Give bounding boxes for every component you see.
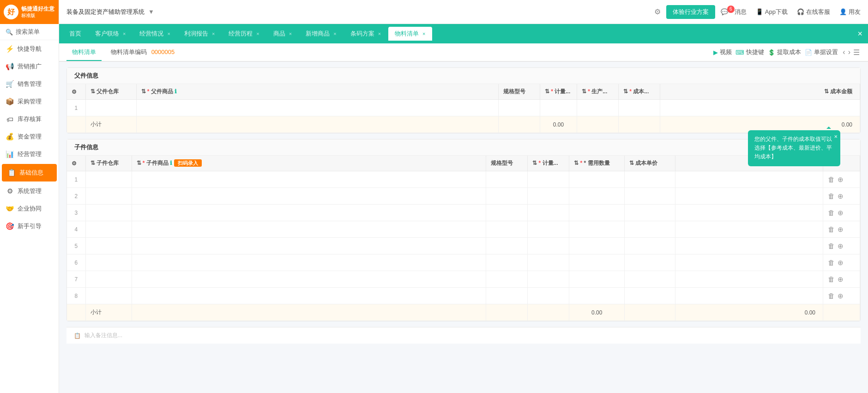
child-warehouse-cell-6[interactable] — [85, 254, 132, 271]
close-all-icon[interactable]: × — [856, 27, 864, 41]
delete-icon[interactable]: 🗑 — [828, 209, 835, 217]
copy-icon[interactable]: ⊕ — [838, 242, 844, 250]
parent-cost-cell[interactable] — [618, 100, 660, 116]
tab-customer-close[interactable]: × — [123, 31, 126, 36]
child-warehouse-cell-2[interactable] — [85, 188, 132, 205]
tab-bom[interactable]: 物料清单 × — [388, 27, 432, 41]
copy-icon[interactable]: ⊕ — [838, 259, 844, 267]
child-warehouse-cell-3[interactable] — [85, 205, 132, 221]
child-qty-cell-1[interactable] — [569, 171, 625, 188]
child-unit-cell-2[interactable] — [528, 188, 569, 205]
sidebar-item-sales[interactable]: 🛒 销售管理 — [0, 75, 59, 93]
sidebar-item-quick-nav[interactable]: ⚡ 快捷导航 — [0, 40, 59, 58]
doc-settings-button[interactable]: 📄 单据设置 — [805, 48, 838, 56]
tab-history[interactable]: 经营历程 × — [222, 27, 265, 41]
trial-button[interactable]: 体验行业方案 — [666, 5, 715, 19]
tab-products-close[interactable]: × — [289, 31, 292, 36]
parent-warehouse-cell[interactable] — [85, 100, 136, 116]
sidebar-item-finance[interactable]: 💰 资金管理 — [0, 128, 59, 145]
copy-icon[interactable]: ⊕ — [838, 209, 844, 217]
child-unit-cell-5[interactable] — [528, 238, 569, 254]
user-menu[interactable]: 👤 用友 — [839, 8, 861, 16]
tab-customer[interactable]: 客户联络 × — [89, 27, 132, 41]
tab-operations[interactable]: 经营情况 × — [133, 27, 176, 41]
tab-barcode[interactable]: 条码方案 × — [344, 27, 387, 41]
delete-icon[interactable]: 🗑 — [828, 275, 835, 284]
delete-icon[interactable]: 🗑 — [828, 259, 835, 267]
settings-icon[interactable]: ⚙ — [72, 89, 77, 95]
parent-produce-cell[interactable] — [577, 100, 618, 116]
tab-profit-close[interactable]: × — [212, 31, 215, 36]
child-product-cell-7[interactable] — [132, 271, 486, 288]
copy-icon[interactable]: ⊕ — [838, 225, 844, 234]
child-qty-cell-3[interactable] — [569, 205, 625, 221]
settings-gear-icon[interactable]: ⚙ — [654, 7, 661, 16]
sidebar-item-operations[interactable]: 📊 经营管理 — [0, 145, 59, 163]
tooltip-close-button[interactable]: × — [834, 132, 838, 142]
online-service-button[interactable]: 🎧 在线客服 — [797, 8, 830, 16]
tab-history-close[interactable]: × — [256, 31, 259, 36]
tab-profit[interactable]: 利润报告 × — [178, 27, 221, 41]
sub-tab-bom-code[interactable]: 物料清单编码 0000005 — [105, 44, 180, 61]
view-video-button[interactable]: ▶ 视频 — [713, 48, 732, 56]
copy-icon[interactable]: ⊕ — [838, 292, 844, 300]
sub-tab-bom-list[interactable]: 物料清单 — [66, 44, 102, 61]
sidebar-item-guide[interactable]: 🎯 新手引导 — [0, 218, 59, 235]
child-product-cell-3[interactable] — [132, 205, 486, 221]
child-warehouse-cell-1[interactable] — [85, 171, 132, 188]
prev-arrow-icon[interactable]: ‹ — [842, 48, 846, 56]
child-qty-cell-4[interactable] — [569, 221, 625, 238]
copy-icon[interactable]: ⊕ — [838, 175, 844, 184]
sidebar-item-basic-info[interactable]: 📋 基础信息 — [2, 164, 57, 181]
tab-new-product-close[interactable]: × — [333, 31, 336, 36]
child-warehouse-cell-8[interactable] — [85, 288, 132, 304]
tab-new-product[interactable]: 新增商品 × — [299, 27, 343, 41]
child-qty-cell-7[interactable] — [569, 271, 625, 288]
child-qty-cell-8[interactable] — [569, 288, 625, 304]
parent-unit-cell[interactable] — [540, 100, 577, 116]
tab-operations-close[interactable]: × — [167, 31, 170, 36]
child-qty-cell-2[interactable] — [569, 188, 625, 205]
sidebar-item-enterprise[interactable]: 🤝 企业协同 — [0, 200, 59, 218]
child-product-cell-8[interactable] — [132, 288, 486, 304]
parent-product-cell[interactable] — [136, 100, 498, 116]
sidebar-item-system[interactable]: ⚙ 系统管理 — [0, 182, 59, 200]
copy-icon[interactable]: ⊕ — [838, 192, 844, 200]
child-qty-cell-6[interactable] — [569, 254, 625, 271]
tab-products[interactable]: 商品 × — [267, 27, 298, 41]
delete-icon[interactable]: 🗑 — [828, 192, 835, 200]
child-product-cell-4[interactable] — [132, 221, 486, 238]
delete-icon[interactable]: 🗑 — [828, 225, 835, 234]
search-menu[interactable]: 🔍 搜索菜单 — [0, 24, 59, 40]
note-hint[interactable]: 输入备注信息... — [84, 332, 122, 339]
child-warehouse-cell-4[interactable] — [85, 221, 132, 238]
scan-button[interactable]: 扫码录入 — [174, 159, 202, 167]
delete-icon[interactable]: 🗑 — [828, 292, 835, 300]
child-unit-cell-3[interactable] — [528, 205, 569, 221]
tab-barcode-close[interactable]: × — [378, 31, 381, 36]
child-product-cell-1[interactable] — [132, 171, 486, 188]
app-download-button[interactable]: 📱 App下载 — [756, 8, 788, 16]
list-view-icon[interactable]: ☰ — [852, 48, 861, 57]
shortcut-button[interactable]: ⌨ 快捷键 — [735, 48, 764, 56]
next-arrow-icon[interactable]: › — [847, 48, 851, 56]
child-warehouse-cell-5[interactable] — [85, 238, 132, 254]
sidebar-item-marketing[interactable]: 📢 营销推广 — [0, 58, 59, 75]
tab-home[interactable]: 首页 — [63, 27, 88, 41]
child-product-cell-2[interactable] — [132, 188, 486, 205]
delete-icon[interactable]: 🗑 — [828, 175, 835, 184]
child-warehouse-cell-7[interactable] — [85, 271, 132, 288]
child-product-cell-5[interactable] — [132, 238, 486, 254]
extract-cost-button[interactable]: 💲 提取成本 — [768, 48, 801, 56]
child-product-cell-6[interactable] — [132, 254, 486, 271]
child-unit-cell-4[interactable] — [528, 221, 569, 238]
child-unit-cell-6[interactable] — [528, 254, 569, 271]
sidebar-item-inventory[interactable]: 🏷 库存核算 — [0, 110, 59, 128]
child-settings-icon[interactable]: ⚙ — [72, 160, 77, 167]
child-unit-cell-8[interactable] — [528, 288, 569, 304]
child-qty-cell-5[interactable] — [569, 238, 625, 254]
child-unit-cell-1[interactable] — [528, 171, 569, 188]
sidebar-item-purchase[interactable]: 📦 采购管理 — [0, 93, 59, 110]
tab-bom-close[interactable]: × — [422, 31, 425, 36]
delete-icon[interactable]: 🗑 — [828, 242, 835, 250]
